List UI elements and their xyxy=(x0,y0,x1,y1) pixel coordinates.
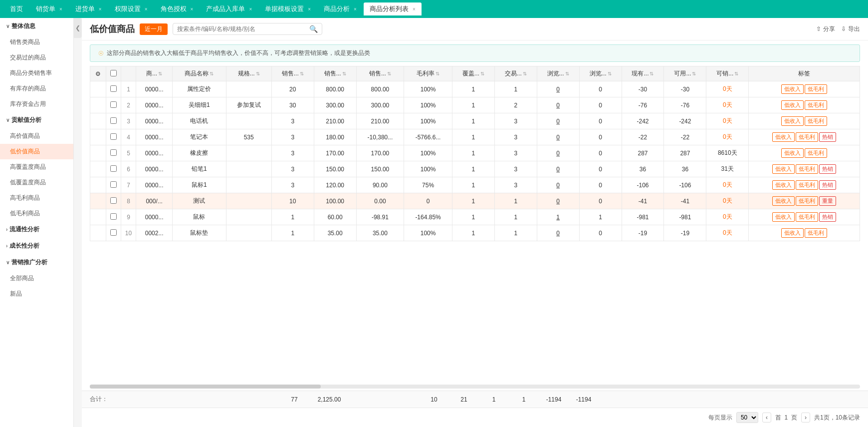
td-browse1[interactable]: 0 xyxy=(537,113,579,129)
row-checkbox[interactable] xyxy=(110,197,117,204)
th-gross[interactable]: 毛利率⇅ xyxy=(404,66,452,81)
th-browse1[interactable]: 浏览...⇅ xyxy=(537,66,579,81)
sidebar-group-成长性分析[interactable]: ›成长性分析 xyxy=(0,238,73,254)
td-checkbox[interactable] xyxy=(106,113,121,129)
td-browse1[interactable]: 0 xyxy=(537,225,579,241)
browse1-link[interactable]: 0 xyxy=(556,118,560,125)
nav-close-权限设置[interactable]: × xyxy=(145,6,148,12)
browse1-link[interactable]: 1 xyxy=(556,214,560,221)
td-browse1[interactable]: 0 xyxy=(537,177,579,193)
nav-item-商品分析列表[interactable]: 商品分析列表× xyxy=(364,2,422,15)
sidebar-group-整体信息[interactable]: ∨整体信息 xyxy=(0,18,73,34)
td-browse1[interactable]: 0 xyxy=(537,193,579,209)
th-name[interactable]: 商品名称⇅ xyxy=(173,66,226,81)
td-checkbox[interactable] xyxy=(106,209,121,225)
nav-close-商品分析[interactable]: × xyxy=(354,6,357,12)
share-button[interactable]: ⇧ 分享 xyxy=(816,25,835,33)
th-sales2[interactable]: 销售...⇅ xyxy=(356,66,404,81)
browse1-link[interactable]: 0 xyxy=(556,198,560,205)
browse1-link[interactable]: 0 xyxy=(556,230,560,237)
select-all-checkbox[interactable] xyxy=(110,70,117,76)
td-browse1[interactable]: 1 xyxy=(537,209,579,225)
th-available[interactable]: 可用...⇅ xyxy=(664,66,706,81)
row-checkbox[interactable] xyxy=(110,101,117,108)
td-checkbox[interactable] xyxy=(106,81,121,97)
th-settings[interactable]: ⚙ xyxy=(90,66,106,81)
nav-item-产成品入库单[interactable]: 产成品入库单× xyxy=(200,2,258,15)
th-coverage[interactable]: 覆盖...⇅ xyxy=(452,66,494,81)
browse1-link[interactable]: 0 xyxy=(556,182,560,189)
sidebar-group-贡献值分析[interactable]: ∨贡献值分析 xyxy=(0,112,73,128)
td-checkbox[interactable] xyxy=(106,161,121,177)
td-browse1[interactable]: 0 xyxy=(537,161,579,177)
sidebar-group-营销推广分析[interactable]: ∨营销推广分析 xyxy=(0,254,73,271)
row-checkbox[interactable] xyxy=(110,133,117,140)
row-checkbox[interactable] xyxy=(110,85,117,92)
sidebar-item-高毛利商品[interactable]: 高毛利商品 xyxy=(0,190,73,206)
sidebar-group-流通性分析[interactable]: ›流通性分析 xyxy=(0,221,73,238)
sidebar-item-有库存的商品[interactable]: 有库存的商品 xyxy=(0,81,73,96)
td-browse1[interactable]: 0 xyxy=(537,97,579,113)
nav-item-单据模板设置[interactable]: 单据模板设置× xyxy=(259,2,317,15)
nav-item-进货单[interactable]: 进货单× xyxy=(69,2,108,15)
td-checkbox[interactable] xyxy=(106,129,121,145)
nav-item-商品分析[interactable]: 商品分析× xyxy=(318,2,363,15)
row-checkbox[interactable] xyxy=(110,213,117,220)
row-checkbox[interactable] xyxy=(110,165,117,172)
browse1-link[interactable]: 0 xyxy=(556,166,560,173)
th-checkbox[interactable] xyxy=(106,66,121,81)
filter-recent-month-btn[interactable]: 近一月 xyxy=(140,23,168,35)
td-browse1[interactable]: 0 xyxy=(537,129,579,145)
th-sellable[interactable]: 可销...⇅ xyxy=(706,66,749,81)
export-button[interactable]: ⇩ 导出 xyxy=(841,25,860,33)
th-qty[interactable]: 销售...⇅ xyxy=(271,66,314,81)
nav-close-产成品入库单[interactable]: × xyxy=(249,6,252,12)
td-browse1[interactable]: 0 xyxy=(537,81,579,97)
nav-close-进货单[interactable]: × xyxy=(99,6,102,12)
sidebar-item-低覆盖度商品[interactable]: 低覆盖度商品 xyxy=(0,175,73,190)
row-checkbox[interactable] xyxy=(110,181,117,188)
next-page-btn[interactable]: › xyxy=(801,413,810,423)
th-trade[interactable]: 交易...⇅ xyxy=(494,66,537,81)
sidebar-item-商品分类销售率[interactable]: 商品分类销售率 xyxy=(0,65,73,81)
td-checkbox[interactable] xyxy=(106,97,121,113)
nav-close-角色授权[interactable]: × xyxy=(191,6,194,12)
sidebar-item-全部商品[interactable]: 全部商品 xyxy=(0,271,73,286)
row-checkbox[interactable] xyxy=(110,229,117,236)
th-spec[interactable]: 规格...⇅ xyxy=(226,66,271,81)
first-page-btn[interactable]: ‹ xyxy=(762,413,771,423)
th-sales1[interactable]: 销售...⇅ xyxy=(314,66,356,81)
row-checkbox[interactable] xyxy=(110,149,117,156)
nav-item-权限设置[interactable]: 权限设置× xyxy=(109,2,154,15)
search-input[interactable] xyxy=(177,25,307,32)
browse1-link[interactable]: 0 xyxy=(556,134,560,141)
search-icon[interactable]: 🔍 xyxy=(309,25,318,33)
sidebar-item-销售类商品[interactable]: 销售类商品 xyxy=(0,34,73,50)
th-code[interactable]: 商...⇅ xyxy=(136,66,173,81)
table-scroll-bar[interactable] xyxy=(90,385,860,389)
table-scroll-thumb[interactable] xyxy=(90,385,321,389)
sidebar-item-高覆盖度商品[interactable]: 高覆盖度商品 xyxy=(0,159,73,175)
nav-close-销货单[interactable]: × xyxy=(59,6,62,12)
td-checkbox[interactable] xyxy=(106,193,121,209)
nav-close-单据模板设置[interactable]: × xyxy=(308,6,311,12)
nav-item-销货单[interactable]: 销货单× xyxy=(30,2,68,15)
nav-item-角色授权[interactable]: 角色授权× xyxy=(155,2,200,15)
sidebar-item-库存资金占用[interactable]: 库存资金占用 xyxy=(0,96,73,112)
row-checkbox[interactable] xyxy=(110,117,117,124)
th-browse2[interactable]: 浏览...⇅ xyxy=(579,66,622,81)
th-current[interactable]: 现有...⇅ xyxy=(622,66,664,81)
sidebar-item-交易过的商品[interactable]: 交易过的商品 xyxy=(0,50,73,65)
sidebar-collapse-btn[interactable]: ❮ xyxy=(74,18,82,38)
td-browse1[interactable]: 0 xyxy=(537,145,579,161)
page-size-select[interactable]: 50 xyxy=(736,412,758,423)
browse1-link[interactable]: 0 xyxy=(556,102,560,109)
td-checkbox[interactable] xyxy=(106,225,121,241)
sidebar-item-新品[interactable]: 新品 xyxy=(0,286,73,302)
nav-close-商品分析列表[interactable]: × xyxy=(413,6,416,12)
sidebar-item-低毛利商品[interactable]: 低毛利商品 xyxy=(0,206,73,221)
browse1-link[interactable]: 0 xyxy=(556,150,560,157)
sidebar-item-低价值商品[interactable]: 低价值商品 xyxy=(0,144,73,159)
td-checkbox[interactable] xyxy=(106,145,121,161)
td-checkbox[interactable] xyxy=(106,177,121,193)
